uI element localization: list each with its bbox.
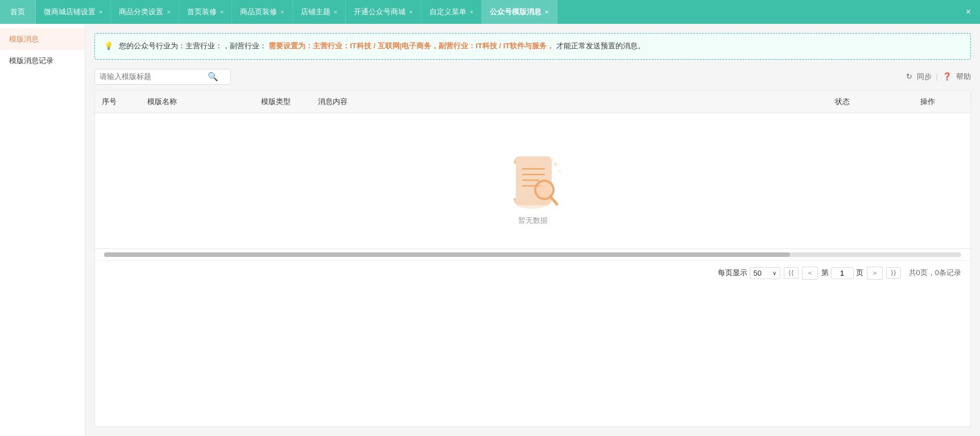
custommenu-tab-label: 自定义菜单 xyxy=(429,7,466,17)
search-input[interactable] xyxy=(100,72,208,81)
nav-tab-weshop[interactable]: 微商城店铺设置 × xyxy=(36,0,111,24)
weshop-tab-label: 微商城店铺设置 xyxy=(44,7,96,17)
help-label[interactable]: 帮助 xyxy=(956,72,971,82)
svg-point-8 xyxy=(554,163,557,166)
last-page-button[interactable]: ⟩⟩ xyxy=(886,267,901,279)
product-tab-close[interactable]: × xyxy=(280,9,284,15)
home-tab-label: 首页 xyxy=(10,7,25,17)
main-layout: 模版消息 模版消息记录 💡 您的公众号行业为：主营行业：，副营行业： 需要设置为… xyxy=(0,24,980,436)
col-header-status: 状态 xyxy=(828,91,913,113)
nav-tab-mptemplate[interactable]: 公众号模版消息 × xyxy=(482,0,557,24)
data-table: 序号 模版名称 模版类型 消息内容 状态 操作 xyxy=(94,90,971,427)
total-text: 共0页，0条记录 xyxy=(909,268,961,278)
sidebar-item-template-msg[interactable]: 模版消息 xyxy=(0,28,85,50)
col-header-action: 操作 xyxy=(913,91,970,113)
col-header-type: 模版类型 xyxy=(254,91,311,113)
first-page-button[interactable]: ⟨⟨ xyxy=(784,267,799,279)
page-input-wrap: 第 页 xyxy=(821,267,863,279)
sync-icon: ↻ xyxy=(906,72,912,81)
scrollbar-track[interactable] xyxy=(104,252,961,257)
tip-icon: 💡 xyxy=(104,41,113,50)
scrollbar-area xyxy=(95,248,970,260)
nav-tab-openmp[interactable]: 开通公众号商城 × xyxy=(346,0,421,24)
openmp-tab-label: 开通公众号商城 xyxy=(354,7,406,17)
theme-tab-label: 店铺主题 xyxy=(301,7,330,17)
nav-tab-custommenu[interactable]: 自定义菜单 × xyxy=(421,0,482,24)
nav-tab-homepage[interactable]: 首页装修 × xyxy=(179,0,232,24)
category-tab-label: 商品分类设置 xyxy=(119,7,163,17)
sidebar: 模版消息 模版消息记录 xyxy=(0,24,85,436)
homepage-tab-label: 首页装修 xyxy=(187,7,217,17)
help-icon: ❓ xyxy=(942,72,952,81)
top-nav: 首页 微商城店铺设置 × 商品分类设置 × 首页装修 × 商品页装修 × 店铺主… xyxy=(0,0,980,24)
mptemplate-tab-label: 公众号模版消息 xyxy=(490,7,541,17)
page-size-label: 每页显示 xyxy=(718,268,747,278)
notice-box: 💡 您的公众号行业为：主营行业：，副营行业： 需要设置为：主营行业：IT科技 /… xyxy=(94,33,971,60)
search-area: 🔍 ↻ 同步 | ❓ 帮助 xyxy=(94,69,971,85)
theme-tab-close[interactable]: × xyxy=(334,9,337,15)
page-number-input[interactable] xyxy=(831,267,854,279)
nav-tab-product[interactable]: 商品页装修 × xyxy=(232,0,292,24)
col-header-no: 序号 xyxy=(95,91,140,113)
custommenu-tab-close[interactable]: × xyxy=(470,9,473,15)
page-size-wrap: 每页显示 50 ∨ xyxy=(718,267,780,279)
sync-help-area: ↻ 同步 | ❓ 帮助 xyxy=(906,72,971,82)
col-header-content: 消息内容 xyxy=(311,91,828,113)
openmp-tab-close[interactable]: × xyxy=(409,9,412,15)
mptemplate-tab-close[interactable]: × xyxy=(545,9,548,15)
empty-illustration xyxy=(499,147,567,215)
page-size-select[interactable]: 50 ∨ xyxy=(750,267,780,279)
window-close-button[interactable]: × xyxy=(957,0,980,24)
nav-tab-category[interactable]: 商品分类设置 × xyxy=(111,0,179,24)
sidebar-item-template-log-label: 模版消息记录 xyxy=(9,56,53,65)
table-header: 序号 模版名称 模版类型 消息内容 状态 操作 xyxy=(95,91,970,113)
svg-point-6 xyxy=(537,183,551,197)
svg-point-9 xyxy=(559,170,561,172)
search-icon[interactable]: 🔍 xyxy=(208,72,218,82)
homepage-tab-close[interactable]: × xyxy=(220,9,224,15)
sidebar-item-template-log[interactable]: 模版消息记录 xyxy=(0,50,85,72)
nav-tab-theme[interactable]: 店铺主题 × xyxy=(293,0,346,24)
pagination: 每页显示 50 ∨ ⟨⟨ ＜ 第 页 ＞ ⟩⟩ 共0页，0条记录 xyxy=(95,260,970,285)
col-header-name: 模版名称 xyxy=(140,91,254,113)
sync-label[interactable]: 同步 xyxy=(917,72,932,82)
notice-suffix: 才能正常发送预置的消息。 xyxy=(556,41,645,50)
scrollbar-thumb[interactable] xyxy=(104,252,790,257)
chevron-down-icon: ∨ xyxy=(772,270,776,276)
notice-highlight: 需要设置为：主营行业：IT科技 / 互联网|电子商务，副营行业：IT科技 / I… xyxy=(268,41,554,50)
category-tab-close[interactable]: × xyxy=(167,9,170,15)
page-size-value: 50 xyxy=(754,269,762,277)
page-label-before: 第 xyxy=(821,268,829,278)
separator: | xyxy=(936,72,938,81)
svg-point-10 xyxy=(552,159,553,160)
sidebar-item-template-msg-label: 模版消息 xyxy=(9,35,39,43)
page-label-after: 页 xyxy=(856,268,863,278)
next-page-button[interactable]: ＞ xyxy=(867,267,883,280)
prev-page-button[interactable]: ＜ xyxy=(802,267,818,280)
notice-prefix: 您的公众号行业为：主营行业：，副营行业： xyxy=(119,41,267,50)
content-area: 💡 您的公众号行业为：主营行业：，副营行业： 需要设置为：主营行业：IT科技 /… xyxy=(85,24,980,436)
product-tab-label: 商品页装修 xyxy=(240,7,277,17)
search-input-wrap[interactable]: 🔍 xyxy=(94,69,231,85)
empty-state: 暂无数据 xyxy=(95,113,970,248)
empty-text: 暂无数据 xyxy=(518,215,548,226)
nav-tab-home[interactable]: 首页 xyxy=(0,0,36,24)
weshop-tab-close[interactable]: × xyxy=(99,9,102,15)
